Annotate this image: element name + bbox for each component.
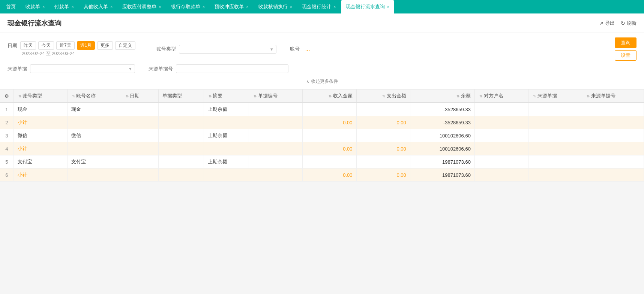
table-cell: 支付宝 — [67, 155, 121, 169]
th-doc-type[interactable]: 单据类型 — [159, 90, 204, 103]
th-settings[interactable]: ⚙ — [0, 90, 14, 103]
collapse-bar[interactable]: ∧ 收起更多条件 — [8, 77, 636, 86]
close-icon[interactable]: × — [110, 4, 113, 9]
source-doc-select[interactable]: ▾ — [30, 64, 135, 73]
table-cell — [121, 155, 158, 169]
table-cell — [528, 129, 582, 142]
date-filter-group: 日期 昨天 今天 近7天 近1月 更多 自定义 2023-02-24 至 202… — [8, 41, 135, 57]
close-icon[interactable]: × — [159, 4, 161, 9]
sort-icon: ⇅ — [329, 94, 332, 98]
table-cell: 19871073.60 — [410, 155, 474, 169]
query-button[interactable]: 查询 — [615, 37, 636, 48]
settings-button[interactable]: 设置 — [615, 50, 636, 61]
th-balance[interactable]: ⇅ 余额 — [410, 90, 474, 103]
nav-payment[interactable]: 付款单 × — [50, 0, 78, 13]
th-date[interactable]: ⇅ 日期 — [121, 90, 158, 103]
table-cell: -3528659.33 — [410, 103, 474, 116]
sort-icon: ⇅ — [72, 94, 75, 98]
table-cell: 0.00 — [303, 142, 356, 155]
nav-other-income[interactable]: 其他收入单 × — [79, 0, 117, 13]
th-source-doc[interactable]: ⇅ 来源单据 — [528, 90, 582, 103]
table-cell — [303, 155, 356, 169]
th-counterparty[interactable]: ⇅ 对方户名 — [474, 90, 528, 103]
date-label: 日期 — [8, 42, 17, 49]
close-icon[interactable]: × — [387, 4, 389, 9]
th-expense[interactable]: ⇅ 支出金额 — [356, 90, 410, 103]
table-cell — [67, 116, 121, 129]
table-cell: -3528659.33 — [410, 116, 474, 129]
table-cell — [121, 103, 158, 116]
th-account-type[interactable]: ⇅ 账号类型 — [14, 90, 67, 103]
nav-receipt-exec[interactable]: 收款核销执行 × — [254, 0, 297, 13]
close-icon[interactable]: × — [290, 4, 292, 9]
chevron-down-icon: ▾ — [270, 46, 273, 52]
export-button[interactable]: ↗ 导出 — [599, 20, 615, 27]
close-icon[interactable]: × — [333, 4, 336, 9]
table-cell — [249, 129, 303, 142]
right-action-buttons: 查询 设置 — [615, 37, 636, 61]
source-doc-num-input[interactable] — [176, 64, 288, 73]
table-cell: 现金 — [67, 103, 121, 116]
table-cell: 5 — [0, 155, 14, 169]
table-cell — [582, 142, 644, 155]
account-type-select[interactable]: ▾ — [179, 45, 276, 54]
sort-icon: ⇅ — [126, 94, 129, 98]
date-btn-7days[interactable]: 近7天 — [56, 41, 75, 50]
table-cell: 19871073.60 — [410, 169, 474, 182]
table-cell — [474, 116, 528, 129]
table-header: ⚙ ⇅ 账号类型 ⇅ 账号名称 ⇅ 日期 单据类型 ⇅ 摘要 ⇅ 单据编号 — [0, 90, 644, 103]
nav-cash-stats[interactable]: 现金银行统计 × — [297, 0, 340, 13]
nav-advance-offset[interactable]: 预收冲应收单 × — [210, 0, 253, 13]
export-icon: ↗ — [599, 20, 603, 26]
data-table: ⚙ ⇅ 账号类型 ⇅ 账号名称 ⇅ 日期 单据类型 ⇅ 摘要 ⇅ 单据编号 — [0, 90, 644, 182]
table-cell — [159, 103, 204, 116]
source-doc-label: 来源单据 — [8, 66, 27, 72]
table-row: 2小计0.000.00-3528659.33 — [0, 116, 644, 129]
table-cell — [356, 103, 410, 116]
sort-icon: ⇅ — [533, 94, 536, 98]
refresh-button[interactable]: ↻ 刷新 — [621, 20, 636, 27]
date-btn-yesterday[interactable]: 昨天 — [20, 41, 36, 50]
date-btn-more[interactable]: 更多 — [97, 41, 113, 50]
th-income[interactable]: ⇅ 收入金额 — [303, 90, 356, 103]
table-cell — [67, 169, 121, 182]
table-cell — [121, 142, 158, 155]
account-filter-group: 账号 ... — [290, 45, 312, 53]
table-cell — [204, 142, 249, 155]
nav-adjustment[interactable]: 应收应付调整单 × — [118, 0, 165, 13]
chevron-down-icon-2: ▾ — [129, 66, 132, 72]
nav-home[interactable]: 首页 — [2, 0, 20, 13]
th-doc-number[interactable]: ⇅ 单据编号 — [249, 90, 303, 103]
close-icon[interactable]: × — [42, 4, 45, 9]
table-cell — [582, 169, 644, 182]
close-icon[interactable]: × — [71, 4, 74, 9]
account-ellipsis-btn[interactable]: ... — [303, 45, 312, 53]
nav-cash-flow[interactable]: 现金银行流水查询 × — [341, 0, 394, 13]
date-btn-custom[interactable]: 自定义 — [115, 41, 135, 50]
table-cell: 现金 — [14, 103, 67, 116]
table-cell — [528, 142, 582, 155]
source-doc-num-label: 来源单据号 — [149, 66, 173, 72]
table-cell — [159, 169, 204, 182]
th-account-name[interactable]: ⇅ 账号名称 — [67, 90, 121, 103]
date-btn-today[interactable]: 今天 — [38, 41, 54, 50]
table-cell — [249, 169, 303, 182]
table-cell — [159, 129, 204, 142]
th-source-doc-num[interactable]: ⇅ 来源单据号 — [582, 90, 644, 103]
date-btn-1month[interactable]: 近1月 — [77, 41, 95, 50]
sort-icon: ⇅ — [587, 94, 590, 98]
table-cell — [303, 103, 356, 116]
nav-receipt[interactable]: 收款单 × — [21, 0, 49, 13]
table-cell: 2 — [0, 116, 14, 129]
table-cell — [303, 129, 356, 142]
nav-bank-deposit[interactable]: 银行存取款单 × — [167, 0, 209, 13]
table-row: 1现金现金上期余额-3528659.33 — [0, 103, 644, 116]
table-cell: 4 — [0, 142, 14, 155]
close-icon[interactable]: × — [246, 4, 248, 9]
th-summary[interactable]: ⇅ 摘要 — [204, 90, 249, 103]
page-title: 现金银行流水查询 — [8, 19, 62, 28]
filter-row-1: 日期 昨天 今天 近7天 近1月 更多 自定义 2023-02-24 至 202… — [8, 37, 636, 61]
close-icon[interactable]: × — [203, 4, 205, 9]
date-options-column: 昨天 今天 近7天 近1月 更多 自定义 2023-02-24 至 2023-0… — [20, 41, 135, 57]
table-cell — [582, 116, 644, 129]
